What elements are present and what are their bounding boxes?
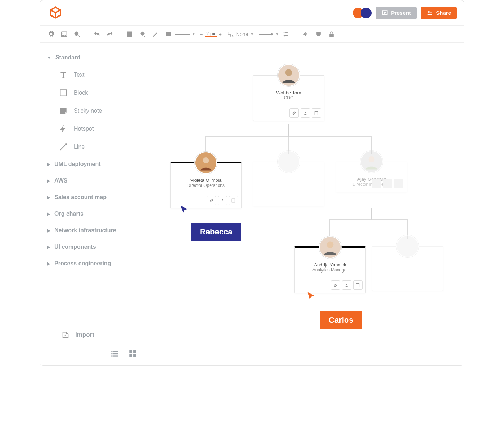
link-icon[interactable] xyxy=(331,280,340,290)
line-icon xyxy=(59,142,68,152)
svg-rect-40 xyxy=(356,283,359,287)
grid-view-icon[interactable] xyxy=(128,349,138,360)
svg-point-39 xyxy=(346,284,347,285)
fill-icon[interactable] xyxy=(136,28,149,40)
bolt-icon[interactable] xyxy=(300,28,312,40)
svg-point-38 xyxy=(327,241,334,248)
svg-rect-16 xyxy=(60,90,66,96)
chevron-right-icon: ▶ xyxy=(47,195,50,200)
image-icon[interactable] xyxy=(58,28,70,40)
org-card-blank-2[interactable] xyxy=(372,246,443,291)
svg-rect-15 xyxy=(329,34,334,37)
category-uml[interactable]: ▶UML deployment xyxy=(40,156,148,172)
swap-icon[interactable] xyxy=(280,28,292,40)
share-label: Share xyxy=(436,10,451,16)
presence-avatars[interactable] xyxy=(353,8,372,18)
cursor-label-carlos: Carlos xyxy=(320,311,362,329)
lock-icon[interactable] xyxy=(325,28,338,40)
svg-point-6 xyxy=(75,32,78,35)
svg-rect-19 xyxy=(111,353,112,354)
svg-rect-23 xyxy=(129,350,132,353)
category-org[interactable]: ▶Org charts xyxy=(40,206,148,222)
person-icon[interactable] xyxy=(301,108,310,118)
shape-hotspot[interactable]: Hotspot xyxy=(40,120,148,138)
grid-icon[interactable] xyxy=(123,28,136,40)
link-icon[interactable] xyxy=(207,196,216,205)
svg-rect-22 xyxy=(113,355,118,356)
app-logo[interactable] xyxy=(47,4,64,22)
cursor-carlos-icon xyxy=(306,291,316,303)
svg-point-28 xyxy=(285,69,292,76)
settings-icon[interactable] xyxy=(45,28,57,40)
redo-icon[interactable] xyxy=(104,28,116,40)
chevron-right-icon: ▶ xyxy=(47,228,50,233)
org-card-root[interactable]: Wobbe Tora CDO xyxy=(253,75,324,121)
share-button[interactable]: Share xyxy=(421,7,457,19)
line-router-control[interactable]: None▼ xyxy=(227,31,254,38)
shape-style-icon[interactable] xyxy=(162,28,175,40)
svg-rect-21 xyxy=(111,355,112,356)
avatar-icon xyxy=(319,236,341,259)
org-card-right[interactable]: Ajay Gebhard Director Intelligence xyxy=(336,162,407,192)
chevron-right-icon: ▶ xyxy=(47,261,50,266)
header: Present Share xyxy=(40,0,464,26)
shape-sticky[interactable]: Sticky note xyxy=(40,102,148,120)
category-ui[interactable]: ▶UI components xyxy=(40,239,148,255)
sidebar: ▼ Standard Text Block Sticky note xyxy=(40,43,148,365)
edit-icon[interactable] xyxy=(229,196,238,205)
category-sales[interactable]: ▶Sales account map xyxy=(40,189,148,206)
undo-icon[interactable] xyxy=(91,28,103,40)
edit-icon[interactable] xyxy=(312,108,321,118)
shape-block[interactable]: Block xyxy=(40,84,148,102)
line-width-control[interactable]: − 2 px + xyxy=(200,31,222,37)
canvas[interactable]: Wobbe Tora CDO Violeta Olimpia Director … xyxy=(148,43,464,365)
org-card-sub[interactable]: Andrija Yannick Analytics Manager xyxy=(294,246,366,293)
svg-rect-30 xyxy=(315,111,318,115)
svg-point-2 xyxy=(428,11,430,13)
svg-point-5 xyxy=(62,33,63,34)
router-label: None xyxy=(236,31,248,37)
avatar-icon xyxy=(278,64,300,86)
present-button[interactable]: Present xyxy=(376,7,417,19)
arrow-style-control[interactable]: ▼ xyxy=(259,32,279,36)
svg-rect-26 xyxy=(133,354,136,357)
person-icon[interactable] xyxy=(342,280,351,290)
list-view-icon[interactable] xyxy=(110,349,120,360)
avatar-placeholder-icon xyxy=(278,151,300,173)
shape-text[interactable]: Text xyxy=(40,66,148,84)
svg-rect-20 xyxy=(113,353,118,354)
org-card-left[interactable]: Violeta Olimpia Director Operations xyxy=(170,162,242,208)
shape-line[interactable]: Line xyxy=(40,138,148,156)
line-style-control[interactable]: ▼ xyxy=(175,32,195,36)
cursor-rebecca-icon xyxy=(180,205,190,216)
import-button[interactable]: Import xyxy=(40,324,148,345)
svg-rect-34 xyxy=(232,199,235,202)
presence-user-2 xyxy=(361,8,372,18)
chevron-right-icon: ▶ xyxy=(47,162,50,167)
chevron-right-icon: ▶ xyxy=(47,245,50,250)
org-card-blank-1[interactable] xyxy=(253,162,324,206)
svg-point-32 xyxy=(203,157,209,163)
hotspot-icon xyxy=(59,124,68,134)
pencil-icon[interactable] xyxy=(149,28,162,40)
category-aws[interactable]: ▶AWS xyxy=(40,172,148,189)
edit-icon[interactable] xyxy=(353,280,363,290)
category-network[interactable]: ▶Network infrastructure xyxy=(40,222,148,239)
svg-point-36 xyxy=(369,156,375,162)
svg-point-33 xyxy=(222,199,223,201)
svg-rect-18 xyxy=(113,351,118,352)
svg-rect-24 xyxy=(133,350,136,353)
category-process[interactable]: ▶Process engineering xyxy=(40,255,148,272)
svg-line-7 xyxy=(78,35,80,37)
chevron-right-icon: ▶ xyxy=(47,179,50,183)
svg-point-3 xyxy=(430,11,432,13)
category-standard[interactable]: ▼ Standard xyxy=(40,49,148,66)
block-icon xyxy=(59,88,68,98)
search-icon[interactable] xyxy=(71,28,83,40)
magnet-icon[interactable] xyxy=(312,28,325,40)
svg-point-29 xyxy=(305,112,306,113)
person-icon[interactable] xyxy=(218,196,227,205)
svg-rect-17 xyxy=(111,351,112,352)
link-icon[interactable] xyxy=(289,108,299,118)
chevron-down-icon: ▼ xyxy=(47,55,51,60)
